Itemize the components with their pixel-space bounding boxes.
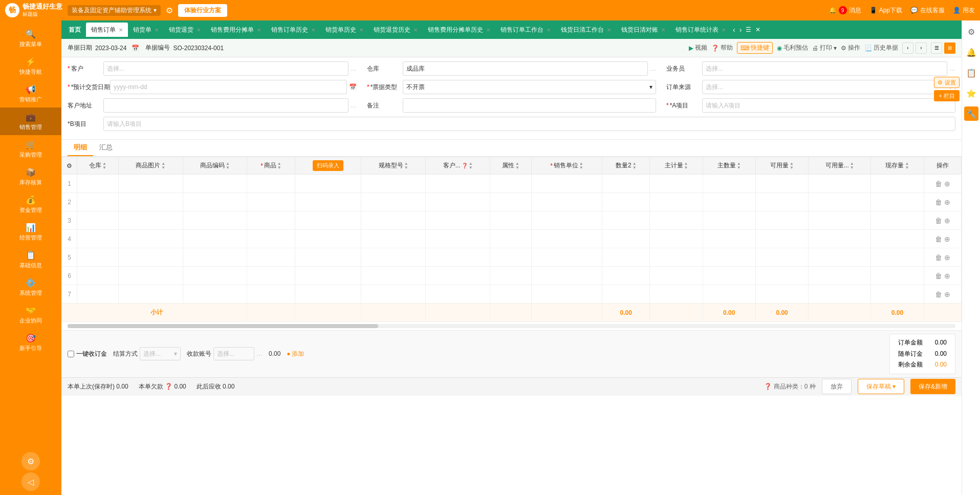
tab-cash-daily[interactable]: 钱货日清工作台 ✕: [556, 23, 616, 37]
tab-close-fee-split[interactable]: ✕: [257, 27, 261, 33]
row-1-product-name[interactable]: [247, 175, 295, 193]
sidebar-item-marketing[interactable]: 📢 营销推广: [0, 80, 61, 107]
row-5-available2[interactable]: [809, 248, 871, 267]
row-1-attribute[interactable]: [490, 175, 532, 193]
customer-more-btn[interactable]: …: [351, 65, 357, 72]
discard-btn[interactable]: 放弃: [822, 379, 852, 394]
row-7-available[interactable]: [755, 285, 808, 304]
row-3-customer-order[interactable]: [426, 211, 490, 230]
row-1-main-qty[interactable]: [703, 175, 755, 193]
row-1-stock[interactable]: [871, 175, 924, 193]
address-more-btn[interactable]: …: [351, 102, 357, 109]
row-7-stock[interactable]: [871, 285, 924, 304]
row-4-available2[interactable]: [809, 230, 871, 248]
row-6-sales-unit[interactable]: [531, 267, 602, 285]
row-3-stock[interactable]: [871, 211, 924, 230]
add-col-btn[interactable]: + 栏目: [934, 90, 960, 101]
row-6-copy-btn[interactable]: ⊕: [944, 272, 950, 280]
help-btn[interactable]: ❓ 帮助: [711, 44, 733, 52]
warehouse-more-btn[interactable]: …: [650, 65, 656, 72]
row-4-copy-btn[interactable]: ⊕: [944, 235, 950, 243]
row-1-product-code[interactable]: [183, 175, 247, 193]
row-2-sales-unit[interactable]: [531, 193, 602, 211]
tab-home[interactable]: 首页: [63, 23, 86, 37]
tab-fee-history[interactable]: 销售费用分摊单历史 ✕: [423, 23, 495, 37]
row-2-customer-order[interactable]: [426, 193, 490, 211]
right-panel-notification[interactable]: 🔔: [964, 45, 978, 59]
th-quantity2[interactable]: 数量2▲▼: [602, 157, 650, 175]
row-3-spec[interactable]: [361, 211, 426, 230]
row-5-copy-btn[interactable]: ⊕: [944, 253, 950, 262]
sidebar-item-system[interactable]: ⚙️ 系统管理: [0, 273, 61, 301]
row-6-product-image[interactable]: [118, 267, 183, 285]
customer-input[interactable]: 选择...: [103, 61, 349, 76]
scroll-thumb[interactable]: [68, 324, 378, 328]
th-main-unit[interactable]: 主计量▲▼: [650, 157, 703, 175]
right-panel-clipboard[interactable]: 📋: [964, 66, 978, 80]
row-7-main-unit[interactable]: [650, 285, 703, 304]
tab-close-order-workbench[interactable]: ✕: [547, 27, 551, 33]
sidebar-item-basic[interactable]: 📋 基础信息: [0, 246, 61, 273]
tab-return-history[interactable]: 销货单历史 ✕: [320, 23, 368, 37]
row-4-quantity2[interactable]: [602, 230, 650, 248]
row-2-product-name[interactable]: [247, 193, 295, 211]
row-2-quantity2[interactable]: [602, 193, 650, 211]
row-3-product-image[interactable]: [118, 211, 183, 230]
row-1-available[interactable]: [755, 175, 808, 193]
row-3-attribute[interactable]: [490, 211, 532, 230]
row-4-product-image[interactable]: [118, 230, 183, 248]
warehouse-input[interactable]: 成品库: [403, 61, 648, 76]
sidebar-item-sales[interactable]: 💼 销售管理: [0, 107, 61, 135]
row-5-customer-order[interactable]: [426, 248, 490, 267]
row-7-spec[interactable]: [361, 285, 426, 304]
row-5-product-image[interactable]: [118, 248, 183, 267]
operation-btn[interactable]: ⚙ 操作: [841, 44, 860, 52]
row-6-available[interactable]: [755, 267, 808, 285]
row-5-warehouse[interactable]: [77, 248, 119, 267]
th-settings[interactable]: ⚙: [62, 157, 77, 175]
tab-sales-return[interactable]: 销货单 ✕: [128, 23, 164, 37]
row-2-delete-btn[interactable]: 🗑: [935, 198, 942, 206]
row-5-stock[interactable]: [871, 248, 924, 267]
row-6-attribute[interactable]: [490, 267, 532, 285]
row-4-product-code[interactable]: [183, 230, 247, 248]
row-7-customer-order[interactable]: [426, 285, 490, 304]
row-6-available2[interactable]: [809, 267, 871, 285]
row-7-main-qty[interactable]: [703, 285, 755, 304]
sidebar-item-enterprise[interactable]: 🤝 企业协同: [0, 301, 61, 329]
th-warehouse[interactable]: 仓库▲▼: [77, 157, 119, 175]
sidebar-item-quicknav[interactable]: ⚡ 快捷导航: [0, 52, 61, 80]
row-6-warehouse[interactable]: [77, 267, 119, 285]
row-5-sales-unit[interactable]: [531, 248, 602, 267]
sidebar-item-search[interactable]: 🔍 搜索菜单: [0, 25, 61, 52]
tab-close-cash-reconcile[interactable]: ✕: [661, 27, 665, 33]
th-product-code[interactable]: 商品编码▲▼: [183, 157, 247, 175]
row-7-copy-btn[interactable]: ⊕: [944, 290, 950, 298]
invoice-type-select[interactable]: 不开票 ▾: [403, 80, 656, 94]
th-stock[interactable]: 现存量▲▼: [871, 157, 924, 175]
row-4-main-unit[interactable]: [650, 230, 703, 248]
settings-right-btn[interactable]: ⚙ 设置: [934, 77, 960, 88]
order-source-select[interactable]: 选择... ▾: [702, 80, 955, 94]
tab-refund-history[interactable]: 销货退货历史 ✕: [368, 23, 423, 37]
th-product-name[interactable]: *商品▲▼: [247, 157, 295, 175]
tab-next-btn[interactable]: ›: [737, 26, 744, 34]
th-available[interactable]: 可用量▲▼: [755, 157, 808, 175]
row-3-main-unit[interactable]: [650, 211, 703, 230]
quick-deposit-checkbox[interactable]: [68, 351, 74, 357]
row-3-available2[interactable]: [809, 211, 871, 230]
row-7-product-name[interactable]: [247, 285, 295, 304]
profit-btn[interactable]: ◉ 毛利预估: [777, 44, 808, 52]
tab-close-cash-daily[interactable]: ✕: [607, 27, 611, 33]
row-4-attribute[interactable]: [490, 230, 532, 248]
row-6-quantity2[interactable]: [602, 267, 650, 285]
th-customer-order[interactable]: 客户...❓▲▼: [426, 157, 490, 175]
row-7-delete-btn[interactable]: 🗑: [935, 290, 942, 298]
nav-next-btn[interactable]: ›: [916, 42, 927, 54]
row-6-delete-btn[interactable]: 🗑: [935, 272, 942, 280]
row-6-spec[interactable]: [361, 267, 426, 285]
salesperson-input[interactable]: 选择...: [702, 61, 947, 76]
th-available2[interactable]: 可用量...▲▼: [809, 157, 871, 175]
row-1-available2[interactable]: [809, 175, 871, 193]
row-4-available[interactable]: [755, 230, 808, 248]
